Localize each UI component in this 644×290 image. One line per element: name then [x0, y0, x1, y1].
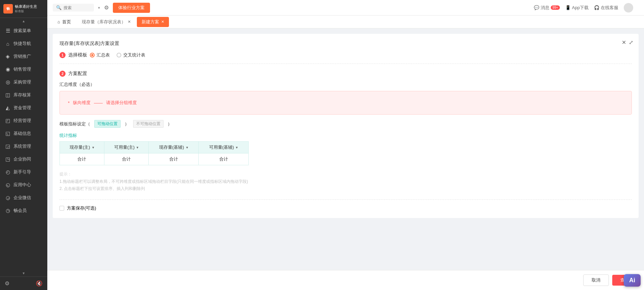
- cancel-button[interactable]: 取消: [583, 274, 609, 286]
- system-icon: ◲: [5, 143, 11, 149]
- sidebar-item-purchase[interactable]: ◎ 采购管理: [0, 76, 47, 89]
- sidebar-item-marketing[interactable]: ◈ 营销推广: [0, 50, 47, 63]
- purchase-icon: ◎: [5, 79, 11, 85]
- chevron-down-icon[interactable]: ▾: [98, 5, 100, 10]
- indicator-setting-row: 模板指标设定（ 可拖动位置 ） 不可拖动位置 ）: [59, 120, 632, 128]
- topbar-search[interactable]: 🔍: [53, 4, 94, 11]
- basic-icon: ◱: [5, 130, 11, 137]
- col-header-0[interactable]: 现存量(主) ▾: [60, 142, 104, 153]
- cell-agg-2: 合计: [149, 153, 199, 165]
- sidebar-item-label: 快捷导航: [14, 41, 31, 47]
- sidebar-scroll-up[interactable]: ▲: [0, 18, 47, 24]
- indicator-setting-label: 模板指标设定（: [59, 121, 90, 127]
- sidebar-item-inventory[interactable]: ◫ 库存核算: [0, 89, 47, 101]
- avatar: [624, 3, 633, 13]
- cell-agg-1: 合计: [104, 153, 149, 165]
- col-0-label: 现存量(主): [70, 144, 90, 150]
- sidebar-item-label: 营销推广: [14, 53, 31, 59]
- col-2-chevron[interactable]: ▾: [186, 145, 188, 150]
- section1-title: 选择模板: [68, 52, 87, 58]
- guide-icon: ◴: [5, 169, 11, 175]
- message-icon: 💬: [534, 5, 539, 10]
- tabs-bar: ⌂ 首页 现存量（库存状况表） ✕ 新建方案 ✕: [47, 16, 644, 28]
- radio-summary[interactable]: 汇总表: [90, 52, 110, 58]
- radio-cross[interactable]: 交叉统计表: [117, 52, 145, 58]
- tip2: 2. 点击标题栏下拉可设置排序、插入列和删除列: [59, 185, 632, 193]
- ai-fab-button[interactable]: Ai: [624, 274, 641, 287]
- sidebar-item-label: 库存核算: [14, 92, 31, 98]
- tab-home[interactable]: ⌂ 首页: [53, 17, 76, 27]
- dim-dash: ——: [94, 100, 103, 105]
- service-icon: 🎧: [594, 5, 599, 10]
- app-label: App下载: [572, 5, 589, 11]
- col-3-chevron[interactable]: ▾: [236, 145, 238, 150]
- tip1: 1.拖动标题栏可以调整布局，不可跨维度或指标区域拖动栏目字段(只能在同一维度或指…: [59, 178, 632, 186]
- message-badge: 99+: [551, 5, 560, 10]
- sidebar-item-quick-nav[interactable]: ⌂ 快捷导航: [0, 37, 47, 50]
- sidebar-item-label: 经营管理: [14, 118, 31, 124]
- sidebar-scroll-down[interactable]: ▼: [0, 270, 47, 276]
- search-input[interactable]: [64, 5, 91, 10]
- tips-title: 提示：: [59, 172, 72, 176]
- section2-num: 2: [59, 71, 66, 77]
- app-download-button[interactable]: 📱 App下载: [565, 5, 589, 11]
- tab-inventory-status[interactable]: 现存量（库存状况表） ✕: [77, 17, 135, 27]
- sidebar-item-basic[interactable]: ◱ 基础信息: [0, 127, 47, 140]
- panel-top-icons: ✕ ⤢: [622, 39, 633, 46]
- dimension-label: 汇总维度（必选）: [59, 81, 632, 88]
- sidebar-item-wechat[interactable]: ◶ 企业微信: [0, 191, 47, 204]
- expand-icon[interactable]: ⤢: [629, 39, 633, 46]
- logo-sub: 标准版: [15, 9, 37, 14]
- sales-icon: ◉: [5, 66, 11, 72]
- vertical-dim-label: 纵向维度: [73, 100, 91, 106]
- sidebar-item-finance[interactable]: ◭ 资金管理: [0, 101, 47, 114]
- sidebar-item-guide[interactable]: ◴ 新手引导: [0, 166, 47, 178]
- finance-icon: ◭: [5, 105, 11, 111]
- settings-icon[interactable]: ⚙: [5, 280, 9, 287]
- indicator-setting-suffix: ）: [125, 121, 129, 127]
- sidebar-item-label: 应用中心: [14, 182, 31, 188]
- section-config: 2 方案配置 汇总维度（必选） * 纵向维度 —— 请选择分组维度 模板指标设定…: [59, 71, 632, 193]
- sidebar-item-member[interactable]: ◷ 畅会员: [0, 204, 47, 217]
- sidebar-item-system[interactable]: ◲ 系统管理: [0, 140, 47, 153]
- tab-inventory-close[interactable]: ✕: [128, 20, 131, 24]
- col-0-chevron[interactable]: ▾: [92, 145, 94, 150]
- ops-icon: ◰: [5, 118, 11, 124]
- close-icon[interactable]: ✕: [622, 39, 626, 46]
- topbar-right: 💬 消息 99+ 📱 App下载 🎧 在线客服: [534, 3, 639, 13]
- section2-header: 2 方案配置: [59, 71, 632, 77]
- search-menu-icon: ☰: [5, 28, 11, 34]
- sidebar-item-ops[interactable]: ◰ 经营管理: [0, 114, 47, 127]
- col-header-3[interactable]: 可用量(基辅) ▾: [199, 142, 249, 153]
- sidebar-footer: ⚙ 🔇: [0, 276, 47, 290]
- section2-title: 方案配置: [68, 71, 87, 77]
- message-button[interactable]: 💬 消息 99+: [534, 5, 560, 11]
- online-service-button[interactable]: 🎧 在线客服: [594, 5, 618, 11]
- section1-divider: [59, 64, 632, 64]
- inventory-icon: ◫: [5, 92, 11, 98]
- col-1-chevron[interactable]: ▾: [137, 145, 139, 150]
- radio-cross-label: 交叉统计表: [123, 52, 145, 58]
- col-header-1[interactable]: 可用量(主) ▾: [104, 142, 149, 153]
- required-star: *: [68, 100, 70, 105]
- sidebar-item-label: 新手引导: [14, 169, 31, 175]
- sidebar-item-sales[interactable]: ◉ 销售管理: [0, 63, 47, 76]
- member-icon: ◷: [5, 208, 11, 214]
- tab-new-plan[interactable]: 新建方案 ✕: [137, 17, 169, 27]
- col-header-2[interactable]: 现存量(基辅) ▾: [149, 142, 199, 153]
- audio-icon[interactable]: 🔇: [36, 280, 43, 287]
- trial-industry-button[interactable]: 体验行业方案: [113, 3, 150, 13]
- logo-icon: 畅: [3, 4, 13, 14]
- save-checkbox[interactable]: [59, 206, 64, 211]
- sidebar-item-appstore[interactable]: ◵ 应用中心: [0, 178, 47, 191]
- sidebar-item-label: 销售管理: [14, 66, 31, 72]
- col-3-label: 可用量(基辅): [209, 144, 234, 150]
- sidebar-item-search-menu[interactable]: ☰ 搜索菜单: [0, 24, 47, 37]
- tab-inventory-label: 现存量（库存状况表）: [82, 19, 126, 25]
- dim-placeholder[interactable]: 请选择分组维度: [106, 100, 137, 106]
- gear-icon[interactable]: ⚙: [104, 4, 109, 11]
- tab-new-plan-label: 新建方案: [142, 19, 159, 25]
- sidebar-item-label: 资金管理: [14, 105, 31, 111]
- sidebar-item-contract[interactable]: ◳ 企业协同: [0, 153, 47, 166]
- tab-new-plan-close[interactable]: ✕: [161, 20, 164, 24]
